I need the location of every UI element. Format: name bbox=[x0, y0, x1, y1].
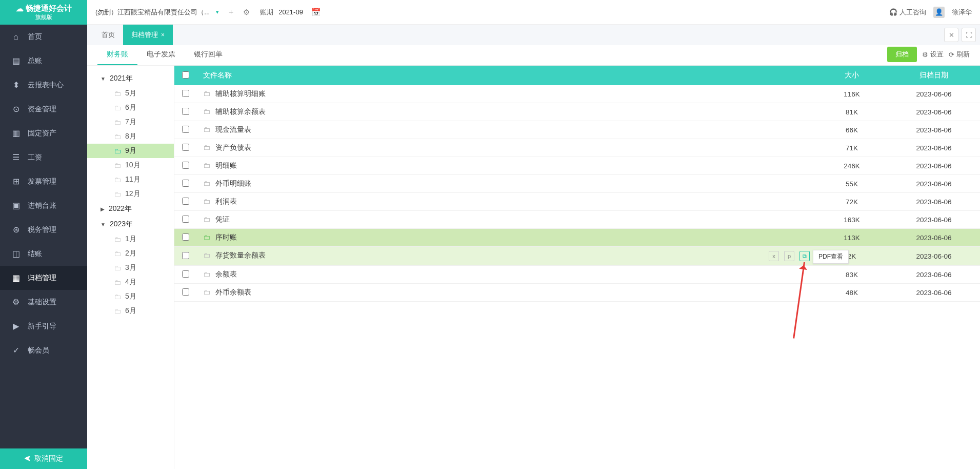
tree-month[interactable]: 🗀7月 bbox=[87, 115, 174, 129]
select-all-checkbox[interactable] bbox=[182, 71, 189, 79]
table-row[interactable]: 🗀外币明细账55K2023-06-06 bbox=[174, 175, 980, 193]
table-row[interactable]: 🗀辅助核算余额表81K2023-06-06 bbox=[174, 103, 980, 121]
row-checkbox[interactable] bbox=[182, 180, 189, 187]
table-row[interactable]: 🗀余额表83K2023-06-06 bbox=[174, 266, 980, 284]
row-checkbox[interactable] bbox=[182, 108, 189, 115]
tree-month[interactable]: 🗀2月 bbox=[87, 246, 174, 261]
nav-基础设置[interactable]: ⚙基础设置 bbox=[0, 290, 87, 314]
nav-税务管理[interactable]: ⊛税务管理 bbox=[0, 218, 87, 242]
table-row[interactable]: 🗀凭证163K2023-06-06 bbox=[174, 211, 980, 229]
table-row[interactable]: 🗀现金流量表66K2023-06-06 bbox=[174, 121, 980, 139]
period-value[interactable]: 2021-09 bbox=[278, 8, 303, 16]
col-size[interactable]: 大小 bbox=[816, 66, 888, 85]
file-date: 2023-06-06 bbox=[888, 85, 980, 103]
row-checkbox[interactable] bbox=[182, 90, 189, 97]
nav-云报表中心[interactable]: ⬍云报表中心 bbox=[0, 73, 87, 97]
row-checkbox[interactable] bbox=[182, 270, 189, 278]
nav-icon: ⊞ bbox=[11, 177, 21, 186]
nav-首页[interactable]: ⌂首页 bbox=[0, 25, 87, 49]
download-pdf-icon[interactable]: p bbox=[784, 251, 794, 261]
file-size: 66K bbox=[816, 121, 888, 139]
file-size: 81K bbox=[816, 103, 888, 121]
table-row[interactable]: 🗀利润表72K2023-06-06 bbox=[174, 193, 980, 211]
tree-year[interactable]: ▶2022年 bbox=[87, 201, 174, 217]
tree-month[interactable]: 🗀10月 bbox=[87, 158, 174, 172]
download-excel-icon[interactable]: x bbox=[769, 251, 779, 261]
nav-资金管理[interactable]: ⊙资金管理 bbox=[0, 97, 87, 121]
row-checkbox[interactable] bbox=[182, 126, 189, 133]
table-row[interactable]: 🗀序时账113K2023-06-06 bbox=[174, 229, 980, 247]
close-all-button[interactable]: ✕ bbox=[944, 28, 958, 42]
nav-icon: ☰ bbox=[11, 153, 21, 162]
nav-结账[interactable]: ◫结账 bbox=[0, 242, 87, 266]
refresh-icon: ⟳ bbox=[949, 51, 954, 58]
avatar[interactable]: 👤 bbox=[933, 7, 945, 18]
tree-month[interactable]: 🗀9月 bbox=[87, 144, 174, 158]
row-checkbox[interactable] bbox=[182, 144, 189, 151]
file-icon: 🗀 bbox=[203, 179, 210, 187]
tree-month[interactable]: 🗀5月 bbox=[87, 86, 174, 101]
settings-button[interactable]: ⚙设置 bbox=[922, 50, 944, 59]
folder-icon: 🗀 bbox=[114, 161, 121, 169]
nav-进销台账[interactable]: ▣进销台账 bbox=[0, 193, 87, 218]
row-checkbox[interactable] bbox=[182, 252, 189, 259]
col-name[interactable]: 文件名称 bbox=[197, 66, 816, 85]
folder-icon: 🗀 bbox=[114, 249, 121, 258]
tree-month[interactable]: 🗀1月 bbox=[87, 232, 174, 246]
nav-总账[interactable]: ▤总账 bbox=[0, 49, 87, 73]
pdf-preview-icon[interactable]: ⧉ bbox=[799, 251, 810, 261]
row-checkbox[interactable] bbox=[182, 233, 189, 241]
nav-新手引导[interactable]: ▶新手引导 bbox=[0, 314, 87, 338]
tab-home[interactable]: 首页 bbox=[93, 25, 123, 45]
file-size: 48K bbox=[816, 284, 888, 302]
tree-month[interactable]: 🗀5月 bbox=[87, 289, 174, 304]
tree-month[interactable]: 🗀6月 bbox=[87, 304, 174, 318]
file-table-wrap: 文件名称 大小 归档日期 🗀辅助核算明细账116K2023-06-06🗀辅助核算… bbox=[174, 66, 980, 469]
tree-month[interactable]: 🗀11月 bbox=[87, 172, 174, 187]
file-size: 246K bbox=[816, 157, 888, 175]
table-row[interactable]: 🗀存货数量余额表xp⧉2K2023-06-06 bbox=[174, 247, 980, 266]
row-checkbox[interactable] bbox=[182, 216, 189, 223]
file-size: 116K bbox=[816, 85, 888, 103]
tree-year[interactable]: ▼2023年 bbox=[87, 217, 174, 232]
nav-发票管理[interactable]: ⊞发票管理 bbox=[0, 169, 87, 193]
tree-month[interactable]: 🗀8月 bbox=[87, 129, 174, 144]
tab-archive[interactable]: 归档管理× bbox=[123, 25, 173, 45]
add-icon[interactable]: ＋ bbox=[227, 7, 235, 17]
table-row[interactable]: 🗀明细账246K2023-06-06 bbox=[174, 157, 980, 175]
consult-button[interactable]: 🎧人工咨询 bbox=[889, 8, 926, 17]
calendar-icon[interactable]: 📅 bbox=[311, 8, 321, 17]
innertab-einvoice[interactable]: 电子发票 bbox=[137, 45, 185, 65]
table-row[interactable]: 🗀外币余额表48K2023-06-06 bbox=[174, 284, 980, 302]
col-date[interactable]: 归档日期 bbox=[888, 66, 980, 85]
archive-button[interactable]: 归档 bbox=[887, 47, 917, 62]
close-icon[interactable]: × bbox=[161, 31, 165, 38]
tree-month[interactable]: 🗀3月 bbox=[87, 261, 174, 275]
tree-month[interactable]: 🗀4月 bbox=[87, 275, 174, 289]
row-checkbox[interactable] bbox=[182, 288, 189, 296]
settings-icon[interactable]: ⚙ bbox=[243, 8, 250, 17]
nav-工资[interactable]: ☰工资 bbox=[0, 145, 87, 169]
innertab-financial[interactable]: 财务账 bbox=[97, 45, 137, 65]
nav-固定资产[interactable]: ▥固定资产 bbox=[0, 121, 87, 145]
table-row[interactable]: 🗀资产负债表71K2023-06-06 bbox=[174, 139, 980, 157]
tree-month[interactable]: 🗀6月 bbox=[87, 101, 174, 115]
innertab-bankreceipt[interactable]: 银行回单 bbox=[185, 45, 232, 65]
tree-month[interactable]: 🗀12月 bbox=[87, 187, 174, 201]
unpin-sidebar[interactable]: ⮜取消固定 bbox=[0, 448, 87, 469]
nav-畅会员[interactable]: ✓畅会员 bbox=[0, 338, 87, 362]
file-date: 2023-06-06 bbox=[888, 211, 980, 229]
row-checkbox[interactable] bbox=[182, 162, 189, 169]
file-icon: 🗀 bbox=[203, 161, 210, 169]
tree-year[interactable]: ▼2021年 bbox=[87, 71, 174, 86]
nav-icon: ▦ bbox=[11, 273, 21, 283]
table-row[interactable]: 🗀辅助核算明细账116K2023-06-06 bbox=[174, 85, 980, 103]
row-checkbox[interactable] bbox=[182, 198, 189, 205]
refresh-button[interactable]: ⟳刷新 bbox=[949, 50, 970, 59]
nav-归档管理[interactable]: ▦归档管理 bbox=[0, 266, 87, 290]
file-icon: 🗀 bbox=[203, 288, 210, 296]
file-date: 2023-06-06 bbox=[888, 266, 980, 284]
username[interactable]: 徐泽华 bbox=[952, 8, 972, 17]
company-selector[interactable]: (勿删）江西眼宝精品有限责任公司（...▾ bbox=[95, 8, 219, 17]
fullscreen-button[interactable]: ⛶ bbox=[962, 28, 976, 42]
